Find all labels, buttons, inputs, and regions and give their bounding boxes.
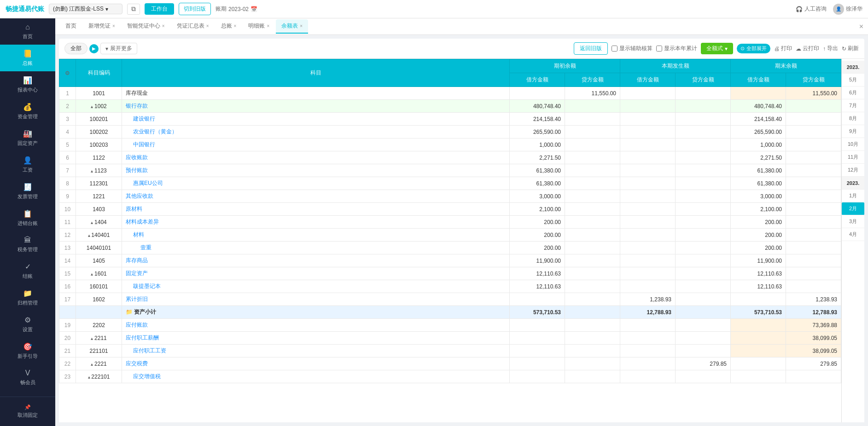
close-smart-center-icon[interactable]: ×	[162, 23, 165, 29]
sidebar-item-reports[interactable]: 📊 报表中心	[0, 71, 55, 98]
th-closing-debit: 借方金额	[731, 73, 786, 87]
right-panel-month-9[interactable]: 9月	[842, 125, 864, 138]
current-debit	[620, 229, 676, 242]
expand-arrow-icon[interactable]: ▴	[91, 168, 94, 173]
tab-smart-center[interactable]: 智能凭证中心 ×	[122, 19, 170, 34]
opening-debit	[510, 357, 565, 370]
account-name-link[interactable]: 应付账款	[126, 322, 148, 328]
sidebar-item-funds[interactable]: 💰 资金管理	[0, 98, 55, 125]
sidebar-item-invoice[interactable]: 🧾 发票管理	[0, 178, 55, 205]
account-name-link[interactable]: 累计折旧	[126, 296, 148, 302]
sidebar-item-closing[interactable]: ✓ 结账	[0, 258, 55, 284]
cloud-print-button[interactable]: ☁ 云打印	[796, 45, 819, 52]
tab-ledger[interactable]: 总账 ×	[216, 19, 242, 34]
sidebar-item-home[interactable]: ⌂ 首页	[0, 18, 55, 45]
account-name-link[interactable]: 建设银行	[133, 115, 155, 122]
expand-arrow-icon[interactable]: ▴	[91, 220, 94, 225]
account-name-link[interactable]: 原材料	[126, 206, 142, 212]
account-name-link[interactable]: 应付职工工资	[133, 347, 166, 354]
account-name-link[interactable]: 应交增值税	[133, 373, 161, 380]
closing-debit: 200.00	[731, 229, 786, 242]
sidebar-item-settings[interactable]: ⚙ 设置	[0, 311, 55, 338]
sidebar-item-archive[interactable]: 📁 归档管理	[0, 284, 55, 311]
closing-credit: 12,788.93	[786, 306, 841, 319]
account-name-link[interactable]: 应付职工薪酬	[126, 334, 159, 341]
close-balance-icon[interactable]: ×	[300, 23, 303, 29]
sidebar-item-assets[interactable]: 🏭 固定资产	[0, 125, 55, 151]
expand-arrow-icon[interactable]: ▴	[91, 362, 94, 367]
right-panel-month-3[interactable]: 3月	[842, 215, 864, 228]
right-panel-month-12[interactable]: 12月	[842, 164, 864, 177]
workbench-button[interactable]: 工作台	[145, 3, 174, 15]
account-name-link[interactable]: 应交税费	[126, 360, 148, 367]
account-name-link[interactable]: 农业银行（黄金）	[133, 128, 177, 135]
table-settings-icon[interactable]: ⚙	[65, 70, 70, 76]
tab-detail[interactable]: 明细账 ×	[243, 19, 275, 34]
account-name-link[interactable]: 预付账款	[126, 167, 148, 173]
copy-button[interactable]: ⧉	[127, 4, 140, 15]
user-profile[interactable]: 👤 徐泽华	[833, 4, 862, 15]
tab-balance[interactable]: 余额表 ×	[276, 19, 308, 34]
tab-voucher-summary[interactable]: 凭证汇总表 ×	[171, 19, 215, 34]
refresh-button[interactable]: ↻ 刷新	[842, 45, 859, 52]
close-voucher-summary-icon[interactable]: ×	[206, 23, 209, 29]
unpin-button[interactable]: 📌 取消固定	[0, 401, 55, 422]
sidebar-item-member[interactable]: V 畅会员	[0, 364, 55, 391]
account-name-link[interactable]: 银行存款	[126, 103, 148, 109]
account-name-link[interactable]: 其他应收款	[126, 193, 153, 199]
sidebar-label-closing: 结账	[23, 273, 33, 280]
right-panel-month-8[interactable]: 8月	[842, 112, 864, 125]
close-ledger-icon[interactable]: ×	[234, 23, 237, 29]
return-old-button[interactable]: 返回旧版	[574, 42, 608, 55]
expand-all-toggle[interactable]: ⊙ 全部展开	[737, 44, 770, 53]
filter-arrow-button[interactable]: ▶	[89, 44, 99, 53]
tab-new-voucher[interactable]: 新增凭证 ×	[83, 19, 121, 34]
sidebar-item-guide[interactable]: 🎯 新手引导	[0, 338, 55, 364]
account-name-link[interactable]: 固定资产	[126, 270, 148, 276]
account-name-link[interactable]: 惠属EU公司	[133, 180, 163, 186]
right-panel-month-10[interactable]: 10月	[842, 138, 864, 151]
right-panel-month-6[interactable]: 6月	[842, 86, 864, 99]
current-credit: 279.85	[676, 357, 731, 370]
expand-arrow-icon[interactable]: ▴	[91, 104, 94, 109]
account-name-link[interactable]: 材料成本差异	[126, 219, 159, 225]
show-aux-checkbox[interactable]	[612, 46, 618, 52]
sidebar-label-invoice: 发票管理	[17, 193, 38, 200]
expand-arrow-icon[interactable]: ▴	[91, 336, 94, 341]
expand-arrow-icon[interactable]: ▴	[91, 271, 94, 276]
row-no: 1	[59, 87, 76, 100]
sidebar-item-ledger[interactable]: 📒 总账	[0, 45, 55, 71]
show-ytd-checkbox[interactable]	[656, 46, 662, 52]
close-new-voucher-icon[interactable]: ×	[112, 23, 115, 29]
right-panel-month-5[interactable]: 5月	[842, 74, 864, 86]
account-name-link[interactable]: 库存商品	[126, 257, 148, 264]
account-name-link[interactable]: 中国银行	[133, 141, 155, 148]
export-button[interactable]: ↑ 导出	[823, 45, 838, 52]
right-panel-month-1[interactable]: 1月	[842, 190, 864, 202]
customer-service[interactable]: 🎧 人工咨询	[796, 5, 827, 13]
sidebar-item-sales[interactable]: 📋 进销台账	[0, 205, 55, 231]
print-button[interactable]: 🖨 打印	[774, 45, 792, 52]
account-name-link[interactable]: 材料	[133, 231, 144, 238]
right-panel-month-2[interactable]: 2月	[842, 202, 864, 215]
expand-more-button[interactable]: ▾ 展开更多	[100, 43, 137, 54]
close-detail-icon[interactable]: ×	[267, 23, 269, 29]
company-selector[interactable]: (勿删) 江西股金-LSS ▾	[49, 4, 122, 14]
right-panel-month-4[interactable]: 4月	[842, 228, 864, 241]
account-name-link[interactable]: 壹重	[140, 244, 151, 251]
right-panel-month-11[interactable]: 11月	[842, 151, 864, 164]
full-format-button[interactable]: 全额式 ▾	[701, 43, 733, 54]
expand-arrow-icon[interactable]: ▴	[88, 374, 92, 380]
expand-arrow-icon[interactable]: ▴	[88, 233, 92, 238]
calendar-icon[interactable]: 📅	[250, 6, 257, 12]
right-panel-month-7[interactable]: 7月	[842, 99, 864, 112]
account-name-link[interactable]: 应收账款	[126, 154, 148, 161]
sidebar-item-tax[interactable]: 🏛 税务管理	[0, 231, 55, 258]
filter-all[interactable]: 全部	[64, 43, 87, 54]
account-name-link[interactable]: 跋提墨记本	[133, 283, 161, 289]
close-all-tabs-icon[interactable]: ×	[859, 23, 863, 31]
tab-home[interactable]: 首页	[60, 19, 82, 34]
sidebar-item-salary[interactable]: 👤 工资	[0, 151, 55, 178]
switch-old-button[interactable]: 切到旧版	[179, 3, 211, 15]
current-debit	[620, 242, 676, 254]
